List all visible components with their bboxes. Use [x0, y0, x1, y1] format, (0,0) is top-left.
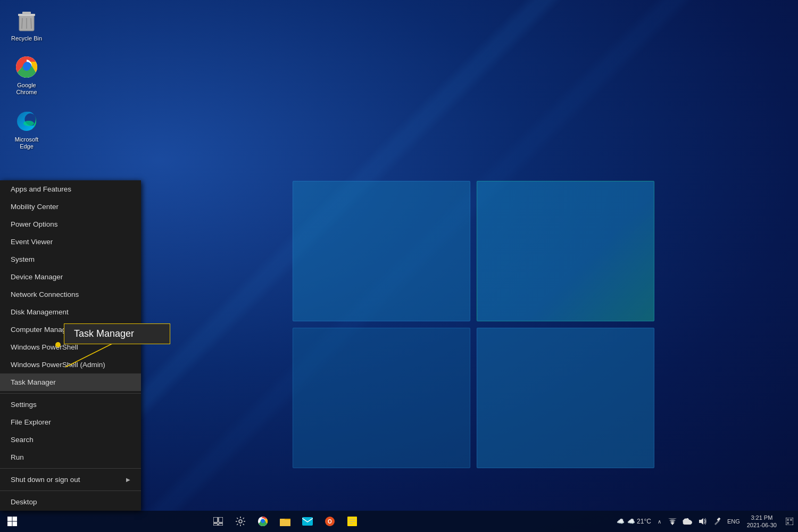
menu-windows-powershell-admin[interactable]: Windows PowerShell (Admin) [0, 356, 141, 373]
taskbar-mail[interactable] [297, 511, 318, 532]
menu-file-explorer[interactable]: File Explorer [0, 413, 141, 431]
svg-rect-25 [302, 517, 313, 526]
task-manager-tooltip: Task Manager [64, 323, 170, 344]
win-pane-top-right [477, 181, 654, 321]
task-view-icon [213, 517, 223, 526]
clock-date: 2021-06-30 [747, 521, 777, 529]
tray-expand-button[interactable]: ∧ [654, 511, 665, 532]
microsoft-edge-icon[interactable]: Microsoft Edge [5, 106, 48, 152]
svg-rect-2 [22, 12, 31, 14]
menu-power-options[interactable]: Power Options [0, 215, 141, 233]
volume-icon-btn[interactable] [695, 511, 710, 532]
temperature: ☁️ 21°C [627, 518, 651, 525]
svg-point-19 [239, 520, 242, 523]
notification-button[interactable] [781, 511, 798, 532]
notification-icon [786, 518, 793, 525]
onedrive-icon-btn[interactable] [680, 511, 695, 532]
svg-line-3 [22, 18, 22, 29]
menu-apps-features[interactable]: Apps and Features [0, 180, 141, 198]
menu-network-connections[interactable]: Network Connections [0, 286, 141, 303]
svg-line-5 [31, 18, 31, 29]
file-explorer-icon [280, 517, 290, 526]
win-pane-bottom-left [293, 328, 470, 468]
svg-rect-36 [787, 522, 789, 524]
cloud-icon: ☁️ [617, 518, 625, 525]
taskbar-settings[interactable] [230, 511, 251, 532]
recycle-bin-icon[interactable]: Recycle Bin [5, 5, 48, 44]
shut-down-arrow: ▶ [126, 477, 130, 483]
microsoft-edge-label: Microsoft Edge [7, 136, 46, 150]
win-pane-bottom-right [477, 328, 654, 468]
taskbar-chrome[interactable] [252, 511, 273, 532]
weather-widget[interactable]: ☁️ ☁️ 21°C [613, 511, 654, 532]
svg-text:O: O [328, 519, 332, 525]
start-button[interactable] [0, 511, 24, 532]
taskbar-notes[interactable] [342, 511, 363, 532]
google-chrome-label: Google Chrome [7, 82, 46, 96]
pen-icon-btn[interactable] [710, 511, 725, 532]
taskbar-search-area [24, 511, 205, 532]
menu-device-manager[interactable]: Device Manager [0, 268, 141, 286]
svg-rect-12 [12, 517, 17, 521]
windows-logo-decoration [293, 181, 654, 468]
system-clock[interactable]: 3:21 PM 2021-06-30 [743, 511, 781, 532]
svg-rect-14 [12, 522, 17, 527]
clock-time: 3:21 PM [751, 514, 772, 521]
desktop: Recycle Bin Google Chrome [0, 0, 798, 532]
google-chrome-image [14, 54, 39, 80]
svg-rect-15 [213, 517, 218, 522]
menu-mobility-center[interactable]: Mobility Center [0, 198, 141, 215]
mail-icon [302, 517, 313, 526]
svg-rect-16 [219, 517, 223, 522]
settings-icon [236, 517, 245, 526]
svg-rect-17 [213, 523, 218, 526]
recycle-bin-image [14, 7, 39, 33]
taskbar-file-explorer[interactable] [275, 511, 296, 532]
svg-rect-34 [787, 519, 789, 521]
svg-rect-11 [7, 517, 12, 521]
annotation-dot [55, 342, 61, 347]
svg-rect-24 [280, 520, 290, 526]
taskbar-app-icons: O [205, 511, 365, 532]
svg-rect-18 [219, 523, 223, 526]
taskbar: O ☁️ ☁️ 21°C ∧ [0, 511, 798, 532]
office-icon: O [325, 516, 335, 527]
notes-icon [347, 517, 357, 526]
menu-separator-3 [0, 491, 141, 491]
volume-icon [698, 517, 706, 526]
menu-shut-down[interactable]: Shut down or sign out ▶ [0, 471, 141, 488]
menu-separator-2 [0, 468, 141, 469]
network-icon-btn[interactable] [665, 511, 680, 532]
recycle-bin-label: Recycle Bin [11, 35, 42, 42]
taskbar-task-view[interactable] [207, 511, 229, 532]
desktop-icons-area: Recycle Bin Google Chrome [5, 5, 48, 152]
win-pane-top-left [293, 181, 470, 321]
menu-settings[interactable]: Settings [0, 396, 141, 413]
svg-point-8 [23, 63, 30, 71]
language-button[interactable]: ENG [725, 511, 743, 532]
system-tray: ☁️ ☁️ 21°C ∧ [613, 511, 798, 532]
svg-point-22 [261, 520, 264, 523]
expand-icon: ∧ [658, 519, 661, 525]
microsoft-edge-image [14, 109, 39, 134]
taskbar-office[interactable]: O [319, 511, 340, 532]
menu-desktop[interactable]: Desktop [0, 493, 141, 511]
menu-separator-1 [0, 393, 141, 394]
onedrive-icon [683, 518, 692, 525]
menu-event-viewer[interactable]: Event Viewer [0, 233, 141, 251]
windows-icon [7, 516, 18, 527]
pen-icon [713, 518, 721, 525]
menu-system[interactable]: System [0, 251, 141, 268]
network-icon [668, 518, 677, 525]
svg-rect-32 [717, 518, 720, 521]
svg-rect-13 [7, 522, 12, 527]
context-menu: Apps and Features Mobility Center Power … [0, 180, 141, 511]
menu-run[interactable]: Run [0, 448, 141, 466]
menu-search[interactable]: Search [0, 431, 141, 448]
svg-rect-35 [790, 519, 792, 521]
google-chrome-icon[interactable]: Google Chrome [5, 52, 48, 98]
menu-disk-management[interactable]: Disk Management [0, 303, 141, 321]
svg-point-9 [23, 121, 34, 126]
menu-task-manager[interactable]: Task Manager [0, 373, 141, 391]
